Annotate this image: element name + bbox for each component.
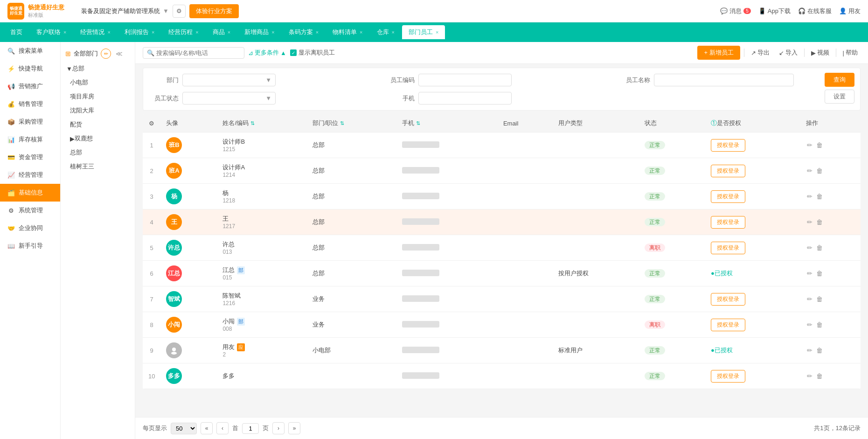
auth-login-button[interactable]: 授权登录: [711, 190, 745, 203]
sidebar-item-operations[interactable]: 📈 经营管理: [0, 166, 60, 184]
sort-dept-icon[interactable]: ⇅: [340, 120, 344, 126]
auth-login-button[interactable]: 授权登录: [711, 216, 745, 229]
employee-name-input[interactable]: [654, 74, 794, 86]
close-tab-employees[interactable]: ×: [436, 29, 438, 35]
close-tab-profit[interactable]: ×: [152, 29, 154, 35]
tab-material[interactable]: 物料清单×: [326, 25, 369, 39]
delete-icon[interactable]: 🗑: [816, 141, 823, 149]
mobile-input[interactable]: [418, 92, 512, 105]
sort-name-icon[interactable]: ⇅: [250, 120, 255, 126]
close-tab-warehouse[interactable]: ×: [392, 29, 395, 35]
col-dept[interactable]: 部门/职位 ⇅: [307, 114, 396, 132]
edit-icon[interactable]: ✏: [807, 347, 812, 354]
dept-tree-item-xiaodian[interactable]: 小电部: [61, 76, 135, 90]
col-mobile[interactable]: 手机 ⇅: [396, 114, 498, 132]
system-selector[interactable]: 装备及固定资产辅助管理系统 ▼: [74, 7, 169, 15]
show-resigned-toggle[interactable]: ✓ 显示离职员工: [290, 49, 335, 57]
dept-tree-item-project[interactable]: 项目库房: [61, 90, 135, 104]
delete-icon[interactable]: 🗑: [816, 321, 823, 328]
sidebar-item-purchase[interactable]: 📦 采购管理: [0, 113, 60, 131]
delete-icon[interactable]: 🗑: [816, 270, 823, 277]
user-menu-button[interactable]: 👤 用友: [839, 7, 861, 15]
sidebar-item-search[interactable]: 🔍 搜索菜单: [0, 42, 60, 60]
tab-home[interactable]: 首页: [4, 25, 29, 39]
col-name[interactable]: 姓名/编码 ⇅: [217, 114, 306, 132]
dept-tree-item-headquarters[interactable]: 总部: [61, 146, 135, 160]
sidebar-item-finance[interactable]: 💳 资金管理: [0, 148, 60, 166]
tab-customer[interactable]: 客户联络×: [30, 25, 73, 39]
filter-status-select[interactable]: ▼: [182, 92, 276, 105]
edit-icon[interactable]: ✏: [807, 193, 812, 200]
delete-icon[interactable]: 🗑: [816, 167, 823, 174]
edit-icon[interactable]: ✏: [807, 141, 812, 149]
delete-icon[interactable]: 🗑: [816, 193, 823, 200]
auth-login-button[interactable]: 授权登录: [711, 370, 745, 383]
import-button[interactable]: ↙ 导入: [776, 47, 800, 59]
close-tab-barcode[interactable]: ×: [316, 29, 319, 35]
tab-warehouse[interactable]: 仓库×: [370, 25, 401, 39]
page-size-select[interactable]: 50 100 200: [171, 423, 197, 434]
next-page-button[interactable]: ›: [272, 422, 285, 434]
delete-icon[interactable]: 🗑: [816, 372, 823, 380]
more-filter-button[interactable]: ⊿ 更多条件 ▲: [248, 49, 286, 57]
prev-page-button[interactable]: ‹: [216, 422, 229, 434]
auth-login-button[interactable]: 授权登录: [711, 293, 745, 306]
first-page-button[interactable]: «: [201, 422, 213, 434]
dept-tree-item-zhishu[interactable]: 植树王三: [61, 160, 135, 174]
sidebar-item-inventory[interactable]: 📊 库存核算: [0, 131, 60, 148]
tab-history[interactable]: 经营历程×: [162, 25, 205, 39]
sidebar-item-system[interactable]: ⚙ 系统管理: [0, 202, 60, 219]
sort-mobile-icon[interactable]: ⇅: [416, 120, 420, 126]
tab-operation[interactable]: 经营情况×: [74, 25, 117, 39]
close-tab-new-goods[interactable]: ×: [271, 29, 274, 35]
employee-code-input[interactable]: [418, 74, 512, 86]
add-employee-button[interactable]: + 新增员工: [697, 46, 740, 60]
edit-icon[interactable]: ✏: [807, 167, 812, 174]
close-tab-operation[interactable]: ×: [107, 29, 110, 35]
sidebar-item-guide[interactable]: 📖 新手引导: [0, 237, 60, 255]
page-number-input[interactable]: [242, 423, 259, 434]
delete-icon[interactable]: 🗑: [816, 347, 823, 354]
sidebar-item-sales[interactable]: 💰 销售管理: [0, 95, 60, 113]
message-button[interactable]: 💬 消息 5: [720, 7, 751, 15]
dept-edit-button[interactable]: ✏: [101, 49, 111, 59]
edit-icon[interactable]: ✏: [807, 270, 812, 277]
auth-login-button[interactable]: 授权登录: [711, 319, 745, 331]
edit-icon[interactable]: ✏: [807, 321, 812, 328]
set-button[interactable]: 设置: [825, 90, 854, 104]
video-button[interactable]: ▶ 视频: [808, 47, 832, 59]
close-tab-customer[interactable]: ×: [63, 29, 66, 35]
sidebar-item-basic-info[interactable]: 🗂️ 基础信息: [0, 184, 60, 202]
query-button[interactable]: 查询: [825, 73, 854, 87]
app-download-button[interactable]: 📱 App下载: [758, 7, 791, 15]
delete-icon[interactable]: 🗑: [816, 295, 823, 303]
experience-button[interactable]: 体验行业方案: [189, 4, 239, 18]
sidebar-item-collab[interactable]: 🤝 企业协同: [0, 219, 60, 237]
search-input-wrap[interactable]: 🔍: [143, 47, 244, 59]
tab-profit[interactable]: 利润报告×: [118, 25, 161, 39]
sidebar-item-marketing[interactable]: 📢 营销推广: [0, 77, 60, 95]
delete-icon[interactable]: 🗑: [816, 244, 823, 251]
sidebar-item-quicknav[interactable]: ⚡ 快捷导航: [0, 60, 60, 77]
tab-new-goods[interactable]: 新增商品×: [238, 25, 281, 39]
tab-barcode[interactable]: 条码方案×: [282, 25, 325, 39]
dropdown-arrow-icon[interactable]: ▼: [163, 7, 169, 14]
export-button[interactable]: ↗ 导出: [748, 47, 772, 59]
close-tab-goods[interactable]: ×: [228, 29, 230, 35]
edit-icon[interactable]: ✏: [807, 372, 812, 380]
help-button[interactable]: | 帮助: [840, 47, 861, 59]
dept-collapse-button[interactable]: ≪: [114, 49, 124, 59]
show-resigned-checkbox[interactable]: ✓: [290, 49, 297, 56]
edit-icon[interactable]: ✏: [807, 295, 812, 303]
settings-gear-button[interactable]: ⚙: [173, 5, 186, 18]
auth-login-button[interactable]: 授权登录: [711, 139, 745, 152]
auth-login-button[interactable]: 授权登录: [711, 165, 745, 177]
close-tab-history[interactable]: ×: [195, 29, 198, 35]
delete-icon[interactable]: 🗑: [816, 218, 823, 226]
online-service-button[interactable]: 🎧 在线客服: [798, 7, 832, 15]
tab-employees[interactable]: 部门员工×: [402, 25, 445, 39]
auth-login-button[interactable]: 授权登录: [711, 242, 745, 254]
dept-tree-item-shenyang[interactable]: 沈阳大库: [61, 104, 135, 118]
dept-tree-item-peihe[interactable]: 配货: [61, 118, 135, 132]
dept-tree-item-shuanglu[interactable]: ▶ 双鹿想: [61, 132, 135, 146]
